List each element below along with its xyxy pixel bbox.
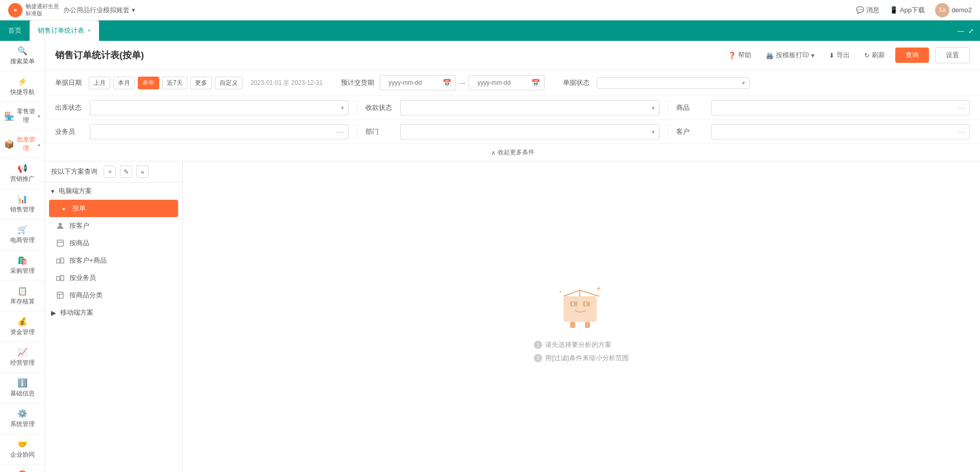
tree-item-by-category[interactable]: 按商品分类 bbox=[45, 287, 182, 304]
by-salesperson-icon bbox=[55, 274, 65, 282]
page-header: 销售订单统计表(按单) ❓ 帮助 🖨️ 按模板打印 ▾ ⬇ 导出 bbox=[45, 41, 980, 70]
sidebar-item-label: 营销推广 bbox=[10, 175, 35, 183]
tip-2-num: 2 bbox=[534, 354, 542, 362]
collapse-panel-button[interactable]: « bbox=[136, 166, 149, 178]
sidebar-item-search[interactable]: 🔍 搜索菜单 bbox=[0, 41, 44, 72]
svg-rect-6 bbox=[61, 258, 64, 263]
sidebar-item-system[interactable]: ⚙️ 系统管理 bbox=[0, 404, 44, 434]
svg-text:✦: ✦ bbox=[558, 289, 562, 295]
sidebar-item-newbie[interactable]: 🎯 新手引导 bbox=[0, 465, 44, 472]
tree-item-by-order[interactable]: ● 按单 bbox=[49, 200, 178, 217]
print-button[interactable]: 🖨️ 按模板打印 ▾ bbox=[762, 49, 819, 62]
svg-rect-12 bbox=[564, 296, 597, 322]
sidebar-item-enterprise[interactable]: 🤝 企业协同 bbox=[0, 434, 44, 465]
nav-message[interactable]: 💬 消息 bbox=[856, 6, 879, 15]
customer-label: 客户 bbox=[676, 127, 707, 136]
top-title[interactable]: 办公用品行业模拟账套 ▾ bbox=[63, 6, 135, 15]
by-order-icon: ● bbox=[59, 204, 68, 213]
sidebar-item-inventory[interactable]: 📋 库存核算 bbox=[0, 281, 44, 312]
wholesale-icon: 📦 bbox=[4, 139, 14, 149]
btn-custom[interactable]: 自定义 bbox=[215, 77, 242, 89]
svg-rect-9 bbox=[57, 292, 63, 298]
customer-select[interactable]: ··· bbox=[711, 124, 970, 139]
logo-area[interactable]: 畅捷通好生意 标准版 bbox=[8, 3, 59, 17]
main-layout: 🔍 搜索菜单 ⚡ 快捷导航 🏪 零售管理 ▾ 📦 批发管理 ▴ 📢 营销推广 📊… bbox=[0, 41, 980, 472]
sidebar-item-basic[interactable]: ℹ️ 基础信息 bbox=[0, 373, 44, 404]
tree-item-by-salesperson[interactable]: 按业务员 bbox=[45, 269, 182, 287]
svg-rect-5 bbox=[57, 259, 60, 263]
by-goods-icon bbox=[55, 239, 65, 247]
chevron-down-icon: ▾ bbox=[742, 80, 745, 86]
ship-status-select[interactable]: ▾ bbox=[90, 100, 349, 115]
settings-button[interactable]: 设置 bbox=[935, 47, 970, 63]
tree-item-by-customer[interactable]: 按客户 bbox=[45, 217, 182, 234]
query-button[interactable]: 查询 bbox=[895, 48, 929, 63]
help-button[interactable]: ❓ 帮助 bbox=[724, 49, 755, 62]
salesperson-select[interactable]: ··· bbox=[90, 124, 349, 139]
sidebar-item-label: 基础信息 bbox=[10, 389, 35, 398]
refresh-icon: ↻ bbox=[864, 52, 870, 59]
salesperson-label: 业务员 bbox=[55, 127, 86, 136]
sales-icon: 📊 bbox=[17, 194, 28, 204]
doc-status-select[interactable]: ▾ bbox=[597, 77, 750, 89]
goods-label: 商品 bbox=[676, 103, 707, 112]
sidebar-item-label: 电商管理 bbox=[10, 236, 35, 245]
export-icon: ⬇ bbox=[829, 52, 835, 59]
customer-dots-icon: ··· bbox=[958, 128, 965, 136]
collapse-button[interactable]: ∧ 收起更多条件 bbox=[45, 144, 980, 161]
edit-scheme-button[interactable]: ✎ bbox=[120, 166, 132, 178]
refresh-button[interactable]: ↻ 刷新 bbox=[860, 49, 889, 62]
sidebar-item-purchase[interactable]: 🛍️ 采购管理 bbox=[0, 250, 44, 281]
sidebar-item-ecom[interactable]: 🛒 电商管理 bbox=[0, 220, 44, 250]
tab-maximize-icon[interactable]: ⤢ bbox=[968, 27, 974, 35]
user-area[interactable]: Ea demo2 bbox=[935, 3, 972, 17]
sidebar-item-retail[interactable]: 🏪 零售管理 ▾ bbox=[0, 102, 44, 130]
filter-section: 单据日期 上月 本月 本年 近7天 更多 自定义 2023-01-01 至 20… bbox=[45, 70, 980, 161]
retail-icon: 🏪 bbox=[4, 111, 14, 121]
calendar-end-icon[interactable]: 📅 bbox=[531, 79, 540, 87]
sidebar-item-label: 快捷导航 bbox=[10, 88, 35, 97]
help-icon: ❓ bbox=[728, 52, 736, 59]
sidebar-item-sales[interactable]: 📊 销售管理 bbox=[0, 189, 44, 220]
sidebar-item-operations[interactable]: 📈 经营管理 bbox=[0, 342, 44, 373]
tab-minimize-icon[interactable]: — bbox=[958, 27, 964, 35]
expected-date-label: 预计交货期 bbox=[341, 78, 377, 87]
goods-select[interactable]: ··· bbox=[711, 100, 970, 115]
page-actions: ❓ 帮助 🖨️ 按模板打印 ▾ ⬇ 导出 ↻ 刷新 bbox=[724, 47, 970, 63]
btn-this-year[interactable]: 本年 bbox=[138, 77, 159, 89]
btn-last-month[interactable]: 上月 bbox=[89, 77, 110, 89]
payment-status-select[interactable]: ▾ bbox=[400, 100, 659, 115]
sidebar-item-quick-nav[interactable]: ⚡ 快捷导航 bbox=[0, 72, 44, 102]
export-button[interactable]: ⬇ 导出 bbox=[825, 49, 854, 62]
retail-expand-icon: ▾ bbox=[38, 113, 40, 119]
wholesale-expand-icon: ▴ bbox=[38, 141, 40, 147]
calendar-start-icon[interactable]: 📅 bbox=[443, 79, 451, 87]
sidebar-item-finance[interactable]: 💰 资金管理 bbox=[0, 312, 44, 342]
tree-item-by-goods[interactable]: 按商品 bbox=[45, 234, 182, 252]
tip-1: 1 请先选择要分析的方案 bbox=[534, 340, 628, 349]
sidebar-item-wholesale[interactable]: 📦 批发管理 ▴ bbox=[0, 130, 44, 158]
by-category-icon bbox=[55, 291, 65, 299]
tree-parent-mobile[interactable]: ▶ 移动端方案 bbox=[45, 304, 182, 321]
sidebar-item-label: 系统管理 bbox=[10, 420, 35, 429]
tab-close-icon[interactable]: × bbox=[87, 27, 91, 34]
tab-sales-order-stats[interactable]: 销售订单统计表 × bbox=[30, 20, 99, 41]
add-scheme-button[interactable]: ＋ bbox=[104, 166, 116, 178]
nav-app[interactable]: 📱 App下载 bbox=[890, 6, 925, 15]
department-select[interactable]: ▾ bbox=[400, 124, 659, 139]
btn-this-month[interactable]: 本月 bbox=[113, 77, 135, 89]
btn-last7[interactable]: 近7天 bbox=[162, 77, 187, 89]
marketing-icon: 📢 bbox=[17, 163, 28, 173]
tree-parent-pc[interactable]: ▾ 电脑端方案 bbox=[45, 182, 182, 200]
tab-home[interactable]: 首页 bbox=[0, 20, 30, 41]
expected-date-start[interactable] bbox=[384, 77, 440, 88]
payment-status-label: 收款状态 bbox=[365, 103, 396, 112]
expected-date-end[interactable] bbox=[473, 77, 529, 88]
sidebar-item-marketing[interactable]: 📢 营销推广 bbox=[0, 158, 44, 189]
left-panel: 按以下方案查询 ＋ ✎ « ▾ 电脑端方案 ● 按单 bbox=[45, 161, 183, 472]
empty-state: ✦ ✦ 1 请先选择要分析的方案 2 用[过滤]条件来缩小分析范围 bbox=[183, 161, 980, 472]
date-range-display: 2023-01-01 至 2023-12-31 bbox=[251, 79, 323, 87]
basic-icon: ℹ️ bbox=[17, 378, 28, 388]
btn-more[interactable]: 更多 bbox=[190, 77, 212, 89]
tree-item-by-customer-goods[interactable]: 按客户+商品 bbox=[45, 252, 182, 269]
